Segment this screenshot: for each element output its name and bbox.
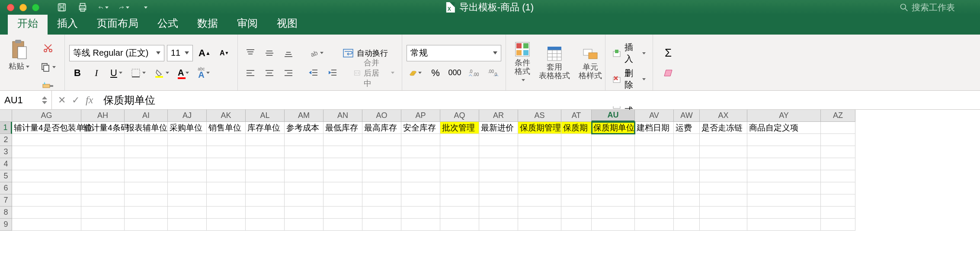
cell-AZ8[interactable]: [821, 207, 855, 219]
cell-AN3[interactable]: [323, 146, 362, 158]
cell-AL8[interactable]: [246, 207, 285, 219]
cell-AO3[interactable]: [362, 146, 401, 158]
copy-button[interactable]: [37, 59, 59, 75]
cell-AQ6[interactable]: [440, 182, 479, 194]
row-header-1[interactable]: 1: [0, 122, 12, 134]
cell-AT4[interactable]: [561, 158, 592, 170]
conditional-formatting-button[interactable]: 条件格式: [510, 37, 535, 89]
orientation-button[interactable]: ab: [307, 45, 327, 61]
tab-公式[interactable]: 公式: [148, 12, 188, 35]
enter-formula-button[interactable]: ✓: [72, 95, 80, 106]
cell-AM4[interactable]: [285, 158, 323, 170]
tab-页面布局[interactable]: 页面布局: [87, 12, 148, 35]
column-header-AY[interactable]: AY: [747, 110, 821, 122]
column-header-AQ[interactable]: AQ: [440, 110, 479, 122]
cell-AP1[interactable]: 安全库存: [401, 122, 440, 134]
cell-AO9[interactable]: [362, 219, 401, 231]
cell-AR3[interactable]: [479, 146, 518, 158]
cell-AK9[interactable]: [207, 219, 246, 231]
cell-AQ2[interactable]: [440, 134, 479, 146]
cell-AM2[interactable]: [285, 134, 323, 146]
cell-AO4[interactable]: [362, 158, 401, 170]
cell-AX9[interactable]: [700, 219, 747, 231]
merge-center-button[interactable]: 合并后居中: [351, 65, 397, 81]
cell-AR9[interactable]: [479, 219, 518, 231]
cell-AP4[interactable]: [401, 158, 440, 170]
cell-AH5[interactable]: [81, 170, 125, 182]
cell-AT5[interactable]: [561, 170, 592, 182]
cell-AV8[interactable]: [635, 207, 674, 219]
cell-AQ1[interactable]: 批次管理: [440, 122, 479, 134]
underline-button[interactable]: U: [107, 65, 125, 81]
cell-AM1[interactable]: 参考成本: [285, 122, 323, 134]
cell-AI3[interactable]: [125, 146, 168, 158]
comma-button[interactable]: 000: [446, 65, 463, 81]
column-header-AG[interactable]: AG: [12, 110, 81, 122]
cell-AX8[interactable]: [700, 207, 747, 219]
cell-AL5[interactable]: [246, 170, 285, 182]
cell-AV7[interactable]: [635, 194, 674, 207]
cell-AZ2[interactable]: [821, 134, 855, 146]
cell-AU9[interactable]: [592, 219, 635, 231]
undo-button[interactable]: [98, 2, 109, 13]
cell-AY5[interactable]: [747, 170, 821, 182]
cell-AI1[interactable]: 报表辅单位: [125, 122, 168, 134]
cell-AM5[interactable]: [285, 170, 323, 182]
tab-审阅[interactable]: 审阅: [227, 12, 267, 35]
row-header-7[interactable]: 7: [0, 194, 12, 207]
column-header-AI[interactable]: AI: [125, 110, 168, 122]
cell-AT3[interactable]: [561, 146, 592, 158]
cell-AP9[interactable]: [401, 219, 440, 231]
cell-AG8[interactable]: [12, 207, 81, 219]
cell-AJ5[interactable]: [168, 170, 207, 182]
number-format-select[interactable]: 常规: [407, 45, 501, 61]
cell-AV5[interactable]: [635, 170, 674, 182]
align-top-button[interactable]: [242, 45, 259, 61]
cell-AL9[interactable]: [246, 219, 285, 231]
percent-button[interactable]: %: [427, 65, 444, 81]
cell-AN5[interactable]: [323, 170, 362, 182]
cell-AK4[interactable]: [207, 158, 246, 170]
cell-AZ5[interactable]: [821, 170, 855, 182]
spreadsheet-grid[interactable]: AGAHAIAJAKALAMANAOAPAQARASATAUAVAWAXAYAZ…: [0, 110, 980, 231]
row-header-3[interactable]: 3: [0, 146, 12, 158]
font-name-select[interactable]: 等线 Regular (正文): [69, 45, 164, 61]
column-header-AP[interactable]: AP: [401, 110, 440, 122]
column-header-AU[interactable]: AU: [592, 110, 635, 122]
cell-AR2[interactable]: [479, 134, 518, 146]
delete-cells-button[interactable]: 删除: [610, 67, 648, 92]
cell-AS6[interactable]: [518, 182, 561, 194]
cell-AK8[interactable]: [207, 207, 246, 219]
decrease-indent-button[interactable]: [305, 65, 322, 81]
search-box[interactable]: [900, 3, 972, 13]
increase-font-button[interactable]: A▲: [195, 45, 214, 61]
cell-AT6[interactable]: [561, 182, 592, 194]
cell-AG1[interactable]: 辅计量4是否包装单位: [12, 122, 81, 134]
cell-AH6[interactable]: [81, 182, 125, 194]
cell-AZ4[interactable]: [821, 158, 855, 170]
column-header-AH[interactable]: AH: [81, 110, 125, 122]
tab-数据[interactable]: 数据: [188, 12, 227, 35]
cell-AY1[interactable]: 商品自定义项: [747, 122, 821, 134]
name-box[interactable]: [0, 91, 52, 109]
maximize-window-button[interactable]: [32, 4, 39, 11]
cell-AZ3[interactable]: [821, 146, 855, 158]
print-button[interactable]: [77, 2, 88, 13]
cell-AP6[interactable]: [401, 182, 440, 194]
format-as-table-button[interactable]: 套用 表格格式: [535, 37, 574, 89]
cell-AH4[interactable]: [81, 158, 125, 170]
bold-button[interactable]: B: [69, 65, 86, 81]
cell-AQ8[interactable]: [440, 207, 479, 219]
cell-AQ3[interactable]: [440, 146, 479, 158]
column-header-AX[interactable]: AX: [700, 110, 747, 122]
cancel-formula-button[interactable]: ✕: [58, 95, 66, 106]
cell-AH2[interactable]: [81, 134, 125, 146]
cell-AI7[interactable]: [125, 194, 168, 207]
cell-AW7[interactable]: [674, 194, 700, 207]
search-input[interactable]: [912, 3, 972, 13]
cell-AO6[interactable]: [362, 182, 401, 194]
cell-AH8[interactable]: [81, 207, 125, 219]
cell-AZ9[interactable]: [821, 219, 855, 231]
cell-styles-button[interactable]: 单元 格样式: [574, 37, 606, 89]
cell-AR1[interactable]: 最新进价: [479, 122, 518, 134]
